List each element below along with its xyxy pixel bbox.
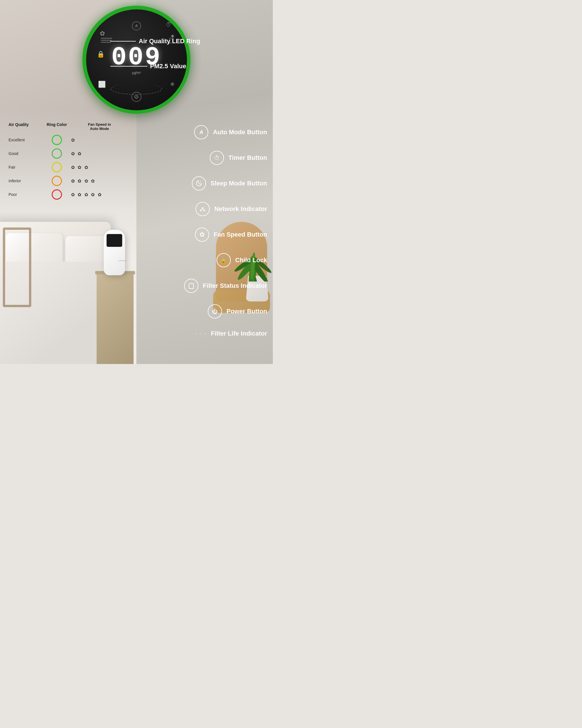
sleep-mode-button-label: Sleep Mode Button [211, 180, 267, 187]
sleep-mode-button-icon [192, 176, 206, 190]
air-quality-led-callout: Air Quality LED Ring [110, 37, 200, 45]
air-quality-led-label: Air Quality LED Ring [139, 37, 200, 45]
col-ring-color: Ring Color [43, 122, 71, 131]
pm25-value-label: PM2.5 Value [150, 62, 186, 70]
timer-label-item: ⏱ Timer Button [204, 151, 267, 165]
filter-life-label-item: - - - Filter Life Indicator [189, 330, 267, 337]
auto-mode-button-label: Auto Mode Button [213, 129, 267, 136]
controls-labels-panel: A Auto Mode Button ⏱ Timer Button Sleep … [136, 0, 273, 364]
svg-point-7 [200, 181, 201, 182]
svg-line-12 [203, 209, 204, 210]
callout-line-1 [110, 41, 136, 42]
callout-line-2 [110, 66, 147, 67]
table-row: Fair ✿ ✿ ✿ [6, 160, 131, 174]
air-quality-table: Air Quality Ring Color Fan Speed inAuto … [6, 122, 131, 201]
fan-speed-label-item: ✿ Fan Speed Button [189, 228, 267, 242]
fan-speed-fair: ✿ ✿ ✿ [71, 165, 128, 170]
power-button-label-item: ⏻ Power Button [202, 304, 267, 318]
sleep-mode-label-item: Sleep Mode Button [186, 176, 267, 190]
fan-speed-poor: ✿ ✿ ✿ ✿ ✿ [71, 192, 128, 197]
quality-label: Inferior [8, 179, 43, 183]
svg-point-10 [204, 210, 205, 211]
table-row: Good ✿ ✿ [6, 147, 131, 160]
filter-life-indicator-label: Filter Life Indicator [211, 330, 267, 337]
network-indicator-icon [195, 202, 210, 216]
table-row: Excellent ✿ [6, 133, 131, 147]
quality-label: Fair [8, 165, 43, 170]
power-button-icon: ⏻ [208, 304, 222, 318]
svg-rect-13 [189, 284, 194, 289]
ring-poor [52, 189, 62, 200]
network-indicator-label: Network Indicator [214, 205, 267, 213]
svg-point-9 [200, 210, 201, 211]
fan-speed-button-icon: ✿ [195, 228, 209, 242]
pm25-value-callout: PM2.5 Value [110, 62, 186, 70]
table-header: Air Quality Ring Color Fan Speed inAuto … [6, 122, 131, 131]
power-button-label: Power Button [226, 308, 267, 315]
quality-label: Good [8, 151, 43, 156]
ring-inferior [52, 176, 62, 186]
timer-button-icon: ⏱ [210, 151, 224, 165]
fan-icon[interactable]: ✿ [100, 30, 105, 37]
lock-icon[interactable]: 🔒 [97, 51, 105, 58]
col-air-quality: Air Quality [8, 122, 43, 131]
fan-speed-inferior: ✿ ✿ ✿ ✿ [71, 178, 128, 184]
svg-point-8 [202, 208, 203, 209]
child-lock-icon: 🔒 [217, 253, 231, 267]
quality-label: Poor [8, 192, 43, 197]
wood-frame [3, 228, 31, 307]
purifier-display [107, 234, 122, 247]
ring-excellent [52, 135, 62, 145]
col-fan-speed: Fan Speed inAuto Mode [71, 122, 128, 131]
network-label-item: Network Indicator [190, 202, 267, 216]
air-purifier [104, 230, 125, 275]
filter-status-indicator-icon [184, 279, 198, 293]
ring-good [52, 149, 62, 159]
fan-speed-good: ✿ ✿ [71, 151, 128, 156]
filter-icon[interactable]: ⬜ [98, 81, 106, 88]
filter-life-indicator-icon: - - - [195, 331, 206, 336]
bedside-table [96, 273, 134, 364]
filter-status-label-item: Filter Status Indicator [178, 279, 267, 293]
brand-label: AIRVERSA [118, 260, 127, 262]
table-row: Poor ✿ ✿ ✿ ✿ ✿ [6, 188, 131, 201]
child-lock-label-item: 🔒 Child Lock [211, 253, 267, 267]
timer-button-label: Timer Button [228, 154, 267, 161]
filter-status-indicator-label: Filter Status Indicator [203, 282, 267, 289]
fan-speed-button-label: Fan Speed Button [214, 231, 267, 238]
auto-mode-label-item: A Auto Mode Button [188, 125, 267, 139]
table-row: Inferior ✿ ✿ ✿ ✿ [6, 174, 131, 188]
auto-mode-button-icon: A [194, 125, 208, 139]
fan-speed-excellent: ✿ [71, 137, 128, 143]
svg-line-11 [201, 209, 203, 210]
child-lock-label: Child Lock [235, 257, 267, 264]
quality-label: Excellent [8, 138, 43, 142]
ring-fair [52, 162, 62, 172]
